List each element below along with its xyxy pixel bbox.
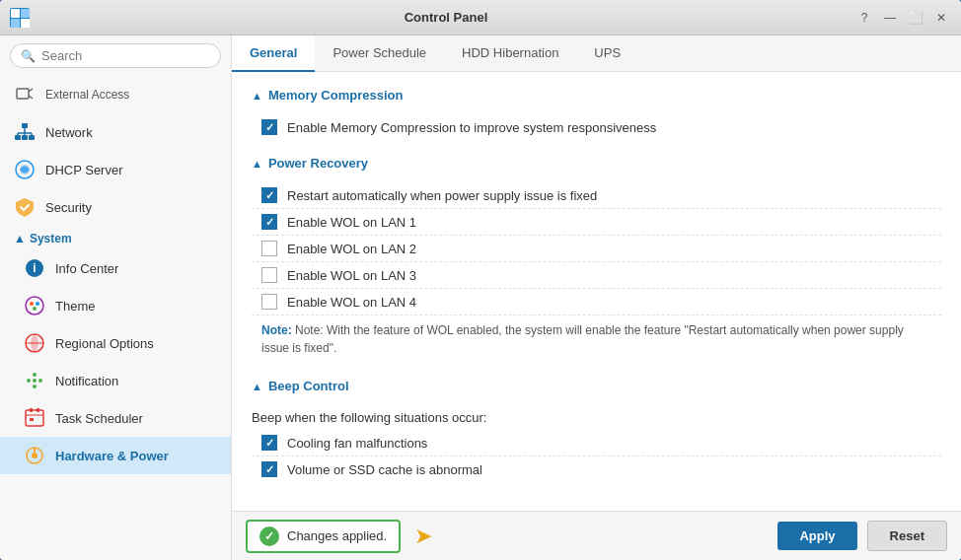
option-row-beep-volume: Volume or SSD cache is abnormal: [252, 456, 941, 482]
option-label-memory-compression: Enable Memory Compression to improve sys…: [287, 120, 656, 135]
tab-power-schedule[interactable]: Power Schedule: [315, 35, 444, 72]
svg-rect-1: [21, 9, 30, 18]
sidebar-item-security[interactable]: Security: [0, 188, 231, 226]
svg-point-21: [30, 302, 34, 306]
sidebar-label-task-scheduler: Task Scheduler: [55, 411, 143, 426]
sidebar-item-dhcp[interactable]: DHCP Server: [0, 151, 231, 188]
option-label-wol-lan4: Enable WOL on LAN 4: [287, 295, 416, 310]
dhcp-icon: [14, 159, 36, 180]
reset-button[interactable]: Reset: [867, 521, 947, 551]
beep-control-label: Beep Control: [268, 379, 349, 393]
changes-applied-badge: ✓ Changes applied.: [246, 520, 401, 553]
sidebar-item-info-center[interactable]: i Info Center: [0, 249, 231, 287]
svg-point-23: [33, 307, 37, 311]
beep-control-title[interactable]: ▲ Beep Control: [252, 379, 941, 393]
beep-description-row: Beep when the following situations occur…: [252, 405, 941, 430]
task-icon: [24, 407, 45, 429]
svg-point-30: [38, 379, 42, 383]
svg-point-22: [36, 302, 39, 306]
note-content: Note: With the feature of WOL enabled, t…: [261, 323, 904, 355]
network-icon: [14, 121, 36, 143]
tab-ups[interactable]: UPS: [576, 35, 638, 72]
checkbox-memory-compression[interactable]: [261, 119, 277, 135]
footer-bar: ✓ Changes applied. ➤ Apply Reset: [232, 511, 961, 560]
sidebar-item-notification[interactable]: Notification: [0, 362, 231, 399]
memory-compression-title[interactable]: ▲ Memory Compression: [252, 88, 941, 103]
maximize-button[interactable]: ⬜: [906, 8, 925, 28]
sidebar-label-regional: Regional Options: [55, 336, 154, 351]
search-box[interactable]: 🔍: [10, 43, 221, 68]
tab-bar: General Power Schedule HDD Hibernation U…: [232, 35, 961, 72]
window-title: Control Panel: [37, 10, 854, 25]
svg-rect-2: [11, 19, 20, 28]
option-row-memory-compression: Enable Memory Compression to improve sys…: [252, 114, 941, 140]
notification-icon: [24, 370, 45, 391]
checkbox-wol-lan4[interactable]: [261, 294, 277, 310]
option-row-beep-fan: Cooling fan malfunctions: [252, 430, 941, 456]
sidebar: 🔍 External Access: [0, 35, 232, 560]
search-input[interactable]: [41, 48, 210, 63]
sidebar-item-external-access[interactable]: External Access: [0, 76, 231, 113]
svg-rect-35: [30, 418, 34, 421]
power-recovery-title[interactable]: ▲ Power Recovery: [252, 156, 941, 171]
sidebar-label-security: Security: [45, 200, 92, 215]
svg-rect-8: [15, 135, 21, 140]
sidebar-label-hardware-power: Hardware & Power: [55, 449, 169, 463]
help-button[interactable]: ?: [854, 8, 874, 28]
svg-rect-33: [37, 408, 39, 412]
hardware-icon: [24, 445, 45, 466]
beep-control-chevron: ▲: [252, 381, 262, 392]
changes-applied-text: Changes applied.: [287, 528, 387, 543]
checkbox-wol-lan3[interactable]: [261, 267, 277, 283]
note-label: Note:: [261, 323, 292, 337]
external-icon: [14, 84, 36, 105]
search-icon: 🔍: [21, 49, 36, 63]
sidebar-label-theme: Theme: [55, 299, 95, 314]
svg-point-37: [32, 453, 37, 458]
chevron-down-icon: ▲: [14, 232, 26, 245]
svg-point-26: [33, 373, 37, 377]
option-row-restart: Restart automatically when power supply …: [252, 182, 941, 209]
checkbox-beep-volume[interactable]: [261, 461, 277, 477]
sidebar-item-regional-options[interactable]: Regional Options: [0, 324, 231, 362]
memory-compression-section: ▲ Memory Compression Enable Memory Compr…: [252, 88, 941, 140]
power-recovery-chevron: ▲: [252, 158, 262, 170]
title-bar: Control Panel ? — ⬜ ✕: [0, 0, 961, 35]
option-label-beep-volume: Volume or SSD cache is abnormal: [287, 462, 482, 477]
svg-rect-31: [26, 410, 43, 426]
checkbox-beep-fan[interactable]: [261, 435, 277, 451]
sidebar-item-theme[interactable]: Theme: [0, 287, 231, 324]
power-recovery-label: Power Recovery: [268, 156, 368, 171]
sidebar-label-network: Network: [45, 125, 93, 140]
option-label-beep-fan: Cooling fan malfunctions: [287, 436, 427, 451]
tab-general[interactable]: General: [232, 35, 315, 72]
svg-point-20: [26, 297, 43, 315]
sidebar-item-network[interactable]: Network: [0, 113, 231, 151]
apply-button[interactable]: Apply: [777, 522, 856, 550]
checkbox-wol-lan2[interactable]: [261, 241, 277, 256]
memory-compression-label: Memory Compression: [268, 88, 404, 103]
option-label-wol-lan3: Enable WOL on LAN 3: [287, 268, 416, 283]
sidebar-item-task-scheduler[interactable]: Task Scheduler: [0, 399, 231, 437]
option-row-wol-lan1: Enable WOL on LAN 1: [252, 209, 941, 236]
sidebar-item-hardware-power[interactable]: Hardware & Power: [0, 437, 231, 474]
minimize-button[interactable]: —: [880, 8, 900, 28]
power-recovery-section: ▲ Power Recovery Restart automatically w…: [252, 156, 941, 363]
info-icon: i: [24, 257, 45, 279]
svg-rect-4: [17, 89, 29, 99]
beep-control-section: ▲ Beep Control Beep when the following s…: [252, 379, 941, 482]
main-layout: 🔍 External Access: [0, 35, 961, 560]
close-button[interactable]: ✕: [931, 8, 951, 28]
checkbox-restart[interactable]: [261, 187, 277, 203]
svg-rect-10: [29, 135, 35, 140]
checkbox-wol-lan1[interactable]: [261, 214, 277, 230]
svg-rect-0: [11, 9, 20, 18]
system-section-header[interactable]: ▲ System: [0, 226, 231, 249]
regional-icon: [24, 332, 45, 354]
sidebar-label-info-center: Info Center: [55, 261, 118, 276]
sidebar-label-notification: Notification: [55, 374, 118, 388]
theme-icon: [24, 295, 45, 316]
content-area: General Power Schedule HDD Hibernation U…: [232, 35, 961, 560]
tab-hdd-hibernation[interactable]: HDD Hibernation: [444, 35, 576, 72]
sidebar-label-external-access: External Access: [45, 88, 129, 102]
